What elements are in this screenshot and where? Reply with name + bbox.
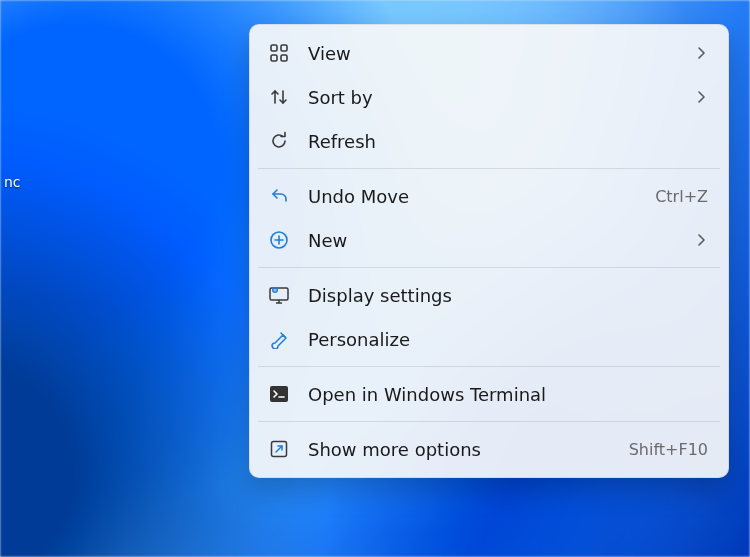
menu-item-label: New — [308, 230, 682, 251]
desktop-context-menu: View Sort by Refresh — [249, 24, 729, 478]
display-settings-icon — [268, 284, 290, 306]
menu-item-label: Display settings — [308, 285, 708, 306]
chevron-right-icon — [694, 233, 708, 247]
menu-item-label: Refresh — [308, 131, 708, 152]
menu-separator — [258, 267, 720, 268]
svg-point-13 — [274, 289, 276, 291]
menu-item-label: View — [308, 43, 682, 64]
svg-rect-1 — [281, 45, 287, 51]
menu-item-accelerator: Ctrl+Z — [655, 187, 708, 206]
svg-rect-15 — [270, 386, 288, 402]
menu-item-show-more-options[interactable]: Show more options Shift+F10 — [256, 427, 722, 471]
menu-item-label: Open in Windows Terminal — [308, 384, 708, 405]
chevron-right-icon — [694, 46, 708, 60]
menu-separator — [258, 168, 720, 169]
undo-icon — [268, 185, 290, 207]
menu-item-undo-move[interactable]: Undo Move Ctrl+Z — [256, 174, 722, 218]
menu-item-open-terminal[interactable]: Open in Windows Terminal — [256, 372, 722, 416]
chevron-right-icon — [694, 90, 708, 104]
menu-item-view[interactable]: View — [256, 31, 722, 75]
svg-rect-0 — [271, 45, 277, 51]
menu-item-label: Show more options — [308, 439, 617, 460]
show-more-icon — [268, 438, 290, 460]
personalize-icon — [268, 328, 290, 350]
menu-item-display-settings[interactable]: Display settings — [256, 273, 722, 317]
menu-item-refresh[interactable]: Refresh — [256, 119, 722, 163]
terminal-icon — [268, 383, 290, 405]
refresh-icon — [268, 130, 290, 152]
menu-item-accelerator: Shift+F10 — [629, 440, 708, 459]
view-icon — [268, 42, 290, 64]
menu-separator — [258, 421, 720, 422]
svg-rect-3 — [281, 55, 287, 61]
menu-item-new[interactable]: New — [256, 218, 722, 262]
menu-item-label: Undo Move — [308, 186, 643, 207]
new-icon — [268, 229, 290, 251]
svg-line-18 — [276, 446, 282, 452]
menu-item-sort-by[interactable]: Sort by — [256, 75, 722, 119]
menu-item-label: Personalize — [308, 329, 708, 350]
desktop-icon-label-fragment: nc — [4, 174, 21, 190]
menu-separator — [258, 366, 720, 367]
sort-icon — [268, 86, 290, 108]
menu-item-personalize[interactable]: Personalize — [256, 317, 722, 361]
menu-item-label: Sort by — [308, 87, 682, 108]
svg-rect-2 — [271, 55, 277, 61]
